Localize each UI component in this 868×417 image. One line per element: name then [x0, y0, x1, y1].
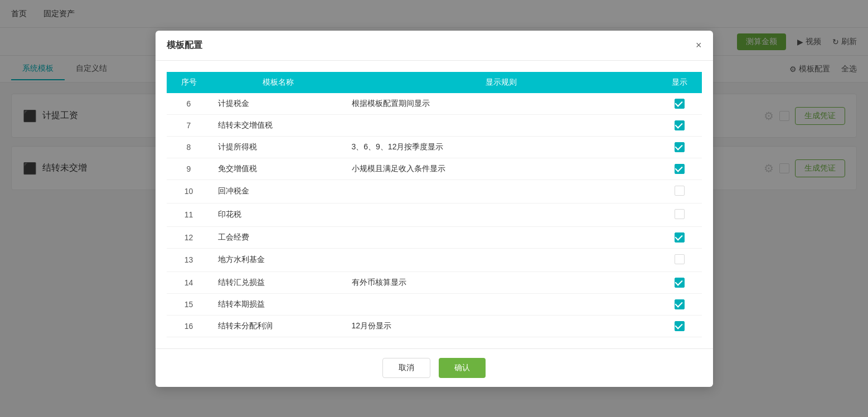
cell-index: 7 [167, 114, 211, 136]
cell-rule: 根据模板配置期间显示 [345, 93, 657, 115]
table-row: 9免交增值税小规模且满足收入条件显示 [167, 158, 702, 180]
dialog-close-button[interactable]: × [696, 40, 702, 50]
cell-rule [345, 114, 657, 136]
table-row: 7结转未交增值税 [167, 114, 702, 136]
row-checkbox[interactable] [675, 164, 685, 174]
table-header-row: 序号 模板名称 显示规则 显示 [167, 72, 702, 93]
cell-rule [345, 226, 657, 248]
cell-checkbox [657, 180, 702, 203]
table-row: 16结转未分配利润12月份显示 [167, 315, 702, 337]
cell-index: 14 [167, 271, 211, 293]
dialog-footer: 取消 确认 [156, 348, 713, 387]
cell-checkbox [657, 114, 702, 136]
cell-name: 免交增值税 [211, 158, 345, 180]
col-header-rule: 显示规则 [345, 72, 657, 93]
table-row: 13地方水利基金 [167, 248, 702, 271]
cell-name: 计提所得税 [211, 136, 345, 158]
cell-index: 13 [167, 248, 211, 271]
dialog-title: 模板配置 [167, 40, 202, 51]
config-table: 序号 模板名称 显示规则 显示 6计提税金根据模板配置期间显示7结转未交增值税8… [167, 72, 702, 337]
cell-checkbox [657, 158, 702, 180]
cell-rule: 有外币核算显示 [345, 271, 657, 293]
cell-rule: 12月份显示 [345, 315, 657, 337]
cell-checkbox [657, 226, 702, 248]
row-checkbox[interactable] [675, 186, 685, 196]
template-config-dialog: 模板配置 × 序号 模板名称 显示规则 显示 6计提税金根据模板配置期间显示7结… [156, 31, 713, 387]
cell-index: 16 [167, 315, 211, 337]
confirm-button[interactable]: 确认 [439, 358, 486, 378]
dialog-header: 模板配置 × [156, 31, 713, 61]
row-checkbox[interactable] [675, 321, 685, 331]
cell-index: 12 [167, 226, 211, 248]
cell-rule [345, 248, 657, 271]
row-checkbox[interactable] [675, 120, 685, 130]
cell-rule [345, 203, 657, 226]
cell-name: 计提税金 [211, 93, 345, 115]
cell-rule [345, 180, 657, 203]
cell-name: 回冲税金 [211, 180, 345, 203]
row-checkbox[interactable] [675, 254, 685, 264]
row-checkbox[interactable] [675, 232, 685, 243]
cell-checkbox [657, 293, 702, 315]
cell-index: 9 [167, 158, 211, 180]
table-row: 14结转汇兑损益有外币核算显示 [167, 271, 702, 293]
table-row: 6计提税金根据模板配置期间显示 [167, 93, 702, 115]
table-row: 12工会经费 [167, 226, 702, 248]
table-row: 10回冲税金 [167, 180, 702, 203]
row-checkbox[interactable] [675, 299, 685, 309]
col-header-index: 序号 [167, 72, 211, 93]
table-row: 11印花税 [167, 203, 702, 226]
cell-checkbox [657, 315, 702, 337]
cell-index: 6 [167, 93, 211, 115]
cell-checkbox [657, 93, 702, 115]
cell-rule [345, 293, 657, 315]
cell-checkbox [657, 271, 702, 293]
cell-rule: 3、6、9、12月按季度显示 [345, 136, 657, 158]
table-body: 6计提税金根据模板配置期间显示7结转未交增值税8计提所得税3、6、9、12月按季… [167, 93, 702, 337]
cell-name: 结转本期损益 [211, 293, 345, 315]
row-checkbox[interactable] [675, 209, 685, 219]
cell-name: 印花税 [211, 203, 345, 226]
cell-index: 10 [167, 180, 211, 203]
cell-index: 8 [167, 136, 211, 158]
cell-name: 工会经费 [211, 226, 345, 248]
col-header-name: 模板名称 [211, 72, 345, 93]
cell-checkbox [657, 136, 702, 158]
row-checkbox[interactable] [675, 99, 685, 109]
cell-name: 结转未分配利润 [211, 315, 345, 337]
dialog-body: 序号 模板名称 显示规则 显示 6计提税金根据模板配置期间显示7结转未交增值税8… [156, 61, 713, 348]
cell-checkbox [657, 203, 702, 226]
col-header-display: 显示 [657, 72, 702, 93]
cell-name: 地方水利基金 [211, 248, 345, 271]
row-checkbox[interactable] [675, 278, 685, 288]
cell-index: 11 [167, 203, 211, 226]
cell-index: 15 [167, 293, 211, 315]
cell-rule: 小规模且满足收入条件显示 [345, 158, 657, 180]
cancel-button[interactable]: 取消 [382, 358, 430, 378]
cell-name: 结转汇兑损益 [211, 271, 345, 293]
table-row: 15结转本期损益 [167, 293, 702, 315]
modal-overlay: 模板配置 × 序号 模板名称 显示规则 显示 6计提税金根据模板配置期间显示7结… [0, 0, 868, 417]
row-checkbox[interactable] [675, 142, 685, 152]
table-row: 8计提所得税3、6、9、12月按季度显示 [167, 136, 702, 158]
cell-name: 结转未交增值税 [211, 114, 345, 136]
cell-checkbox [657, 248, 702, 271]
